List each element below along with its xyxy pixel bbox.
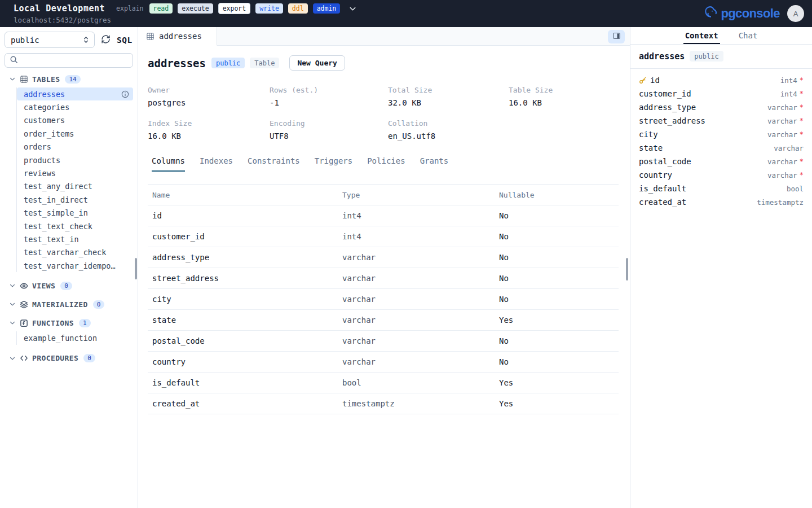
cell: country bbox=[148, 357, 342, 366]
capability-badge-export: export bbox=[218, 3, 251, 14]
table-row-postal-code: postal_codevarcharNo bbox=[148, 331, 619, 352]
cell: id bbox=[148, 211, 342, 220]
sidebar-item-test-in-direct[interactable]: test_in_direct bbox=[17, 193, 133, 206]
refresh-button[interactable] bbox=[101, 34, 111, 46]
section-label: FUNCTIONS bbox=[32, 319, 74, 327]
avatar[interactable]: A bbox=[787, 5, 804, 22]
sidebar-item-reviews[interactable]: reviews bbox=[17, 167, 133, 179]
tree-item-label: test_text_check bbox=[24, 222, 92, 231]
cell: created_at bbox=[148, 399, 342, 408]
context-column-created-at: created_attimestamptz bbox=[639, 195, 804, 209]
stat-value: 16.0 KB bbox=[148, 132, 270, 141]
sidebar-item-test-text-in[interactable]: test_text_in bbox=[17, 233, 133, 246]
sql-button[interactable]: SQL bbox=[117, 36, 133, 45]
context-column-name: city bbox=[639, 130, 658, 139]
section-count-badge: 14 bbox=[65, 75, 80, 84]
sidebar-item-customers[interactable]: customers bbox=[17, 114, 133, 127]
cell: street_address bbox=[148, 274, 342, 283]
new-query-button[interactable]: New Query bbox=[289, 55, 345, 71]
tab-indexes[interactable]: Indexes bbox=[200, 156, 233, 172]
context-tab-chat[interactable]: Chat bbox=[737, 27, 760, 44]
required-asterisk: * bbox=[800, 157, 804, 165]
table-row-state: statevarcharYes bbox=[148, 310, 619, 331]
stat-encoding: EncodingUTF8 bbox=[270, 119, 388, 141]
context-column-type: varchar bbox=[774, 144, 804, 152]
cell: int4 bbox=[342, 232, 499, 241]
sidebar-item-test-simple-in[interactable]: test_simple_in bbox=[17, 207, 133, 220]
sidebar-section-tables[interactable]: TABLES14 bbox=[0, 74, 138, 84]
stat-value: postgres bbox=[148, 98, 270, 107]
sidebar-section-views[interactable]: VIEWS0 bbox=[0, 281, 138, 291]
stat-value: 16.0 KB bbox=[509, 98, 619, 107]
capability-badge-read: read bbox=[149, 3, 173, 14]
tree-item-label: reviews bbox=[24, 169, 56, 178]
section-label: TABLES bbox=[32, 75, 60, 84]
tab-grants[interactable]: Grants bbox=[420, 156, 449, 172]
schema-select[interactable]: public bbox=[5, 32, 95, 48]
sidebar-item-categories[interactable]: categories bbox=[17, 100, 133, 113]
context-column-country: countryvarchar* bbox=[639, 168, 804, 182]
main-scrollbar[interactable] bbox=[626, 258, 628, 281]
sidebar-scrollbar[interactable] bbox=[135, 258, 137, 279]
connection-info: Local Development explainreadexecuteexpo… bbox=[14, 3, 357, 24]
context-column-type: varchar bbox=[767, 103, 797, 112]
context-column-type: varchar bbox=[767, 130, 797, 139]
sidebar-item-test-varchar-check[interactable]: test_varchar_check bbox=[17, 246, 133, 259]
sidebar-item-test-varchar-idempo[interactable]: test_varchar_idempo… bbox=[17, 259, 133, 272]
required-asterisk: * bbox=[800, 130, 804, 138]
tab-constraints[interactable]: Constraints bbox=[248, 156, 300, 172]
document-tabstrip: addresses bbox=[138, 27, 630, 46]
sidebar-item-test-any-direct[interactable]: test_any_direct bbox=[17, 180, 133, 193]
context-column-type: int4 bbox=[780, 90, 797, 98]
sidebar-section-materialized[interactable]: MATERIALIZED0 bbox=[0, 299, 138, 309]
sidebar-section-procedures[interactable]: PROCEDURES0 bbox=[0, 353, 138, 364]
chevron-down-icon bbox=[9, 355, 16, 362]
doc-tab-addresses[interactable]: addresses bbox=[138, 27, 217, 46]
context-column-type: timestamptz bbox=[757, 198, 804, 207]
sidebar-section-functions[interactable]: FUNCTIONS1 bbox=[0, 318, 138, 328]
tab-triggers[interactable]: Triggers bbox=[315, 156, 352, 172]
table-row-customer-id: customer_idint4No bbox=[148, 226, 619, 247]
cell: timestamptz bbox=[342, 399, 499, 408]
tree-item-label: order_items bbox=[24, 129, 74, 138]
capability-badge-write: write bbox=[255, 3, 283, 14]
table-grid-icon bbox=[20, 75, 28, 84]
info-icon[interactable] bbox=[121, 90, 129, 98]
context-tab-context[interactable]: Context bbox=[683, 27, 720, 44]
table-header-row: NameTypeNullable bbox=[148, 184, 619, 205]
cell: postal_code bbox=[148, 336, 342, 345]
tab-policies[interactable]: Policies bbox=[367, 156, 405, 172]
cell: No bbox=[499, 274, 619, 283]
table-stats: OwnerpostgresRows (est.)-1Total Size32.0… bbox=[148, 86, 619, 141]
stat-collation: Collationen_US.utf8 bbox=[388, 119, 509, 141]
chevron-down-icon bbox=[9, 301, 16, 308]
tree-item-label: categories bbox=[24, 103, 69, 112]
sidebar-item-example-function[interactable]: example_function bbox=[17, 331, 133, 344]
tab-columns[interactable]: Columns bbox=[152, 156, 185, 172]
section-count-badge: 0 bbox=[60, 282, 72, 290]
context-column-is-default: is_defaultbool bbox=[639, 182, 804, 195]
stat-label: Collation bbox=[388, 119, 509, 128]
stat-value: en_US.utf8 bbox=[388, 132, 509, 141]
sidebar-item-addresses[interactable]: addresses bbox=[17, 87, 133, 100]
table-row-address-type: address_typevarcharNo bbox=[148, 247, 619, 268]
section-count-badge: 0 bbox=[83, 354, 95, 362]
sidebar-search-input[interactable] bbox=[21, 56, 128, 65]
column-header-nullable: Nullable bbox=[499, 191, 619, 199]
sidebar-item-orders[interactable]: orders bbox=[17, 141, 133, 154]
context-column-name: country bbox=[639, 170, 672, 179]
cell: varchar bbox=[342, 316, 499, 325]
context-column-address-type: address_typevarchar* bbox=[639, 100, 804, 114]
toggle-side-panel-button[interactable] bbox=[608, 30, 625, 43]
brand-name: pgconsole bbox=[721, 6, 780, 21]
sidebar-item-order-items[interactable]: order_items bbox=[17, 127, 133, 140]
stat-label: Owner bbox=[148, 86, 270, 94]
chevron-down-icon[interactable] bbox=[348, 5, 357, 13]
sidebar-item-products[interactable]: products bbox=[17, 154, 133, 167]
sidebar-item-test-text-check[interactable]: test_text_check bbox=[17, 220, 133, 233]
cell: varchar bbox=[342, 336, 499, 345]
main-area: addresses addresses publicTable New Quer… bbox=[138, 27, 630, 508]
function-icon bbox=[20, 319, 28, 327]
table-grid-icon bbox=[146, 32, 155, 41]
capability-badge-ddl: ddl bbox=[288, 3, 308, 14]
